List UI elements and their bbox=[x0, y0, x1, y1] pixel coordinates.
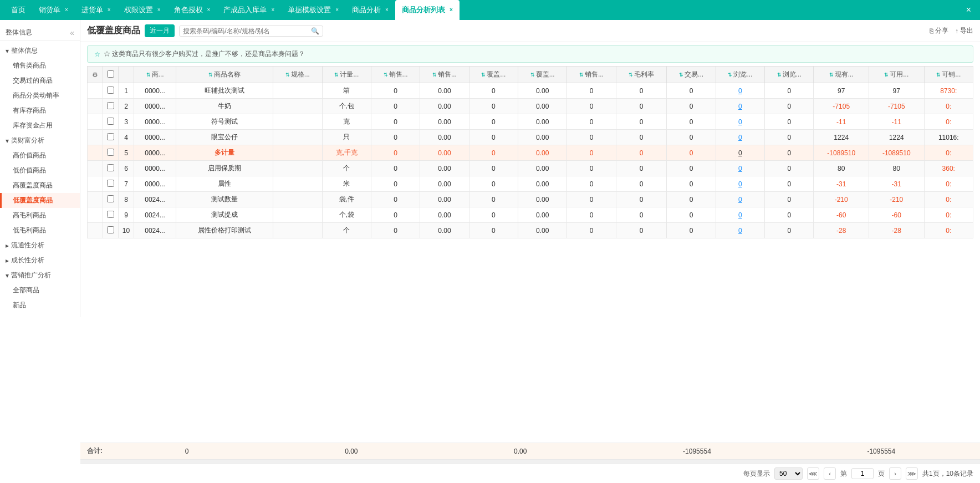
close-icon[interactable]: × bbox=[108, 0, 111, 20]
cell-browse1[interactable]: 0 bbox=[716, 83, 764, 99]
sidebar-section-成长性分析-header[interactable]: ▸ 成长性分析 bbox=[0, 253, 80, 268]
cell-checkbox[interactable] bbox=[103, 83, 119, 99]
sidebar-section-营销推广分析-header[interactable]: ▾ 营销推广分析 bbox=[0, 268, 80, 283]
th-current[interactable]: ⇅现有... bbox=[814, 67, 869, 83]
cell-checkbox[interactable] bbox=[103, 176, 119, 192]
close-icon[interactable]: × bbox=[450, 0, 453, 20]
th-sales1[interactable]: ⇅销售... bbox=[371, 67, 420, 83]
sidebar-section-类财富分析-header[interactable]: ▾ 类财富分析 bbox=[0, 133, 80, 148]
cell-checkbox[interactable] bbox=[103, 99, 119, 114]
nav-tab-purchase[interactable]: 进货单 × bbox=[75, 0, 118, 20]
close-icon[interactable]: × bbox=[207, 0, 211, 20]
row-checkbox[interactable] bbox=[107, 133, 114, 140]
cell-browse1[interactable]: 0 bbox=[716, 145, 764, 161]
cell-checkbox[interactable] bbox=[103, 192, 119, 207]
row-checkbox[interactable] bbox=[107, 195, 114, 202]
row-checkbox[interactable] bbox=[107, 118, 114, 125]
cell-browse1[interactable]: 0 bbox=[716, 223, 764, 238]
last-page-button[interactable]: ⋙ bbox=[906, 467, 918, 480]
th-browse2[interactable]: ⇅浏览... bbox=[765, 67, 814, 83]
th-cover1[interactable]: ⇅覆盖... bbox=[469, 67, 518, 83]
nav-tab-template[interactable]: 单据模板设置 × bbox=[281, 0, 345, 20]
cell-checkbox[interactable] bbox=[103, 207, 119, 223]
share-button[interactable]: ⎘ 分享 bbox=[930, 26, 948, 35]
sidebar-item-sales-goods[interactable]: 销售类商品 bbox=[0, 58, 80, 73]
window-close-button[interactable]: × bbox=[962, 5, 976, 15]
sidebar-item-new-goods[interactable]: 新品 bbox=[0, 298, 80, 313]
th-spec[interactable]: ⇅规格... bbox=[273, 67, 322, 83]
sidebar-item-low-margin[interactable]: 低毛利商品 bbox=[0, 223, 80, 238]
close-icon[interactable]: × bbox=[271, 0, 274, 20]
th-name[interactable]: ⇅商品名称 bbox=[176, 67, 273, 83]
prev-page-button[interactable]: ‹ bbox=[824, 467, 836, 480]
close-icon[interactable]: × bbox=[65, 0, 68, 20]
th-trade[interactable]: ⇅交易... bbox=[667, 67, 716, 83]
sidebar-collapse-btn[interactable]: « bbox=[70, 28, 74, 37]
sidebar-section-流通性分析-header[interactable]: ▸ 流通性分析 bbox=[0, 238, 80, 253]
row-checkbox[interactable] bbox=[107, 102, 114, 109]
select-all-checkbox[interactable] bbox=[107, 70, 114, 78]
th-cover2[interactable]: ⇅覆盖... bbox=[518, 67, 566, 83]
th-browse1[interactable]: ⇅浏览... bbox=[716, 67, 764, 83]
th-gross[interactable]: ⇅毛利率 bbox=[616, 67, 667, 83]
per-page-select[interactable]: 50 100 200 bbox=[774, 467, 803, 480]
close-icon[interactable]: × bbox=[157, 0, 161, 20]
sidebar-item-high-margin[interactable]: 高毛利商品 bbox=[0, 208, 80, 223]
nav-tab-permissions[interactable]: 权限设置 × bbox=[118, 0, 167, 20]
first-page-button[interactable]: ⋘ bbox=[807, 467, 819, 480]
row-checkbox[interactable] bbox=[107, 226, 114, 233]
nav-tab-roles[interactable]: 角色授权 × bbox=[167, 0, 217, 20]
search-icon[interactable]: 🔍 bbox=[311, 27, 319, 35]
close-icon[interactable]: × bbox=[335, 0, 339, 20]
sidebar-item-low-value[interactable]: 低价值商品 bbox=[0, 163, 80, 178]
cell-browse1[interactable]: 0 bbox=[716, 114, 764, 130]
sidebar-item-high-coverage[interactable]: 高覆盖度商品 bbox=[0, 178, 80, 193]
cell-checkbox[interactable] bbox=[103, 130, 119, 145]
search-box[interactable]: 🔍 bbox=[179, 26, 323, 37]
row-checkbox[interactable] bbox=[107, 149, 114, 156]
sidebar-item-category-rate[interactable]: 商品分类动销率 bbox=[0, 88, 80, 103]
search-input[interactable] bbox=[183, 27, 309, 35]
th-available[interactable]: ⇅可用... bbox=[869, 67, 924, 83]
filter-recent-month-button[interactable]: 近一月 bbox=[145, 24, 175, 37]
settings-icon[interactable]: ⚙ bbox=[92, 71, 98, 79]
nav-tab-sales[interactable]: 销货单 × bbox=[32, 0, 75, 20]
th-sales3[interactable]: ⇅销售... bbox=[567, 67, 616, 83]
cell-checkbox[interactable] bbox=[103, 223, 119, 238]
sidebar-item-high-value[interactable]: 高价值商品 bbox=[0, 148, 80, 163]
sidebar-item-all-goods[interactable]: 全部商品 bbox=[0, 283, 80, 298]
th-unit[interactable]: ⇅计量... bbox=[322, 67, 371, 83]
nav-tab-analysis-list[interactable]: 商品分析列表 × bbox=[395, 0, 460, 20]
cell-checkbox[interactable] bbox=[103, 114, 119, 130]
next-page-button[interactable]: › bbox=[889, 467, 901, 480]
scrollbar-area[interactable] bbox=[80, 459, 980, 464]
th-code[interactable]: ⇅商... bbox=[134, 67, 176, 83]
cell-browse1[interactable]: 0 bbox=[716, 130, 764, 145]
cell-browse1[interactable]: 0 bbox=[716, 207, 764, 223]
cell-browse1[interactable]: 0 bbox=[716, 192, 764, 207]
sidebar-item-inventory-goods[interactable]: 有库存商品 bbox=[0, 103, 80, 118]
nav-tab-home[interactable]: 首页 bbox=[4, 0, 32, 20]
nav-tab-warehouse[interactable]: 产成品入库单 × bbox=[217, 0, 281, 20]
th-checkbox[interactable] bbox=[103, 67, 119, 83]
close-icon[interactable]: × bbox=[385, 0, 389, 20]
th-sales2[interactable]: ⇅销售... bbox=[420, 67, 469, 83]
sidebar-item-low-coverage[interactable]: 低覆盖度商品 bbox=[0, 193, 80, 208]
th-saleable[interactable]: ⇅可销... bbox=[924, 67, 973, 83]
row-checkbox[interactable] bbox=[107, 211, 114, 218]
cell-browse1[interactable]: 0 bbox=[716, 99, 764, 114]
row-checkbox[interactable] bbox=[107, 87, 114, 94]
nav-tab-analysis[interactable]: 商品分析 × bbox=[345, 0, 395, 20]
export-button[interactable]: ↑ 导出 bbox=[955, 26, 973, 35]
table-wrapper[interactable]: ⚙ ⇅商... ⇅商品名称 ⇅规格... ⇅计量... ⇅销售... ⇅销售..… bbox=[80, 66, 980, 443]
row-checkbox[interactable] bbox=[107, 180, 114, 187]
sidebar-item-capital-usage[interactable]: 库存资金占用 bbox=[0, 118, 80, 133]
cell-checkbox[interactable] bbox=[103, 145, 119, 161]
sidebar-section-整体信息-header[interactable]: ▾ 整体信息 bbox=[0, 43, 80, 58]
cell-checkbox[interactable] bbox=[103, 161, 119, 176]
page-number-input[interactable] bbox=[851, 468, 874, 479]
sidebar-item-traded-goods[interactable]: 交易过的商品 bbox=[0, 73, 80, 88]
cell-browse1[interactable]: 0 bbox=[716, 176, 764, 192]
cell-browse1[interactable]: 0 bbox=[716, 161, 764, 176]
row-checkbox[interactable] bbox=[107, 164, 114, 171]
